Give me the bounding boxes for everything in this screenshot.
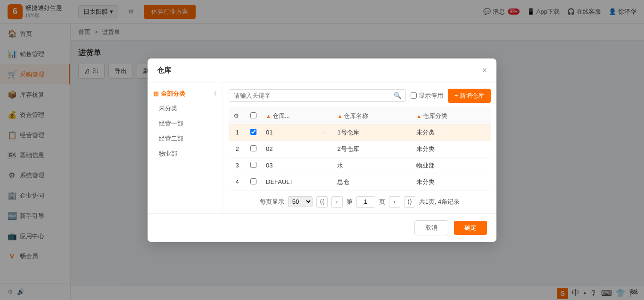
modal-close-button[interactable]: × bbox=[482, 66, 487, 75]
gear-icon[interactable]: ⚙ bbox=[233, 112, 239, 119]
row-code: DEFAULT bbox=[261, 174, 332, 190]
search-button[interactable]: 🔍 bbox=[390, 90, 405, 101]
row-idx: 4 bbox=[229, 174, 246, 190]
category-item-unclassified[interactable]: 未分类 bbox=[148, 101, 223, 116]
row-check[interactable] bbox=[246, 157, 261, 174]
last-page-button[interactable]: ⟩⟩ bbox=[404, 196, 415, 208]
prev-page-button[interactable]: ‹ bbox=[331, 196, 343, 208]
row-category: 未分类 bbox=[412, 124, 491, 141]
row-name: 水 bbox=[332, 157, 412, 174]
row-idx: 2 bbox=[229, 141, 246, 157]
category-item-operation2[interactable]: 经营二部 bbox=[148, 131, 223, 146]
table-row[interactable]: 2 02 2号仓库 未分类 bbox=[229, 141, 491, 157]
row-code: 03 bbox=[261, 157, 332, 174]
row-check[interactable] bbox=[246, 124, 261, 141]
th-check bbox=[246, 108, 261, 124]
th-category: ▲ 仓库分类 bbox=[412, 108, 491, 124]
row-name: 1号仓库 bbox=[332, 124, 412, 141]
show-disabled-checkbox[interactable] bbox=[411, 92, 417, 99]
th-gear: ⚙ bbox=[229, 108, 246, 124]
row-checkbox[interactable] bbox=[250, 145, 256, 151]
row-code: 01··· bbox=[261, 124, 332, 141]
cancel-button[interactable]: 取消 bbox=[414, 220, 448, 235]
row-idx: 3 bbox=[229, 157, 246, 174]
row-idx: 1 bbox=[229, 124, 246, 141]
row-category: 物业部 bbox=[412, 157, 491, 174]
grid-icon: ⊞ bbox=[153, 90, 159, 98]
row-check[interactable] bbox=[246, 141, 261, 157]
category-item-operation1[interactable]: 经营一部 bbox=[148, 116, 223, 131]
pagination: 每页显示 50 100 ⟨⟨ ‹ 第 1 页 › ⟩⟩ 共1页, 4条记录 bbox=[229, 191, 491, 208]
table-area: 🔍 显示停用 + 新增仓库 ⚙ bbox=[223, 83, 496, 213]
sort-icon-code: ▲ bbox=[266, 113, 271, 119]
table-row[interactable]: 4 DEFAULT 总仓 未分类 bbox=[229, 174, 491, 190]
sort-icon-category: ▲ bbox=[416, 113, 421, 119]
row-checkbox[interactable] bbox=[250, 162, 256, 168]
row-category: 未分类 bbox=[412, 174, 491, 190]
row-code: 02 bbox=[261, 141, 332, 157]
row-checkbox[interactable] bbox=[250, 178, 256, 184]
modal-overlay: 仓库 × ⊞ 全部分类 《 未分类 经营一部 经营二部 物业部 bbox=[0, 0, 644, 300]
row-checkbox[interactable] bbox=[250, 129, 256, 135]
row-name: 总仓 bbox=[332, 174, 412, 190]
row-category: 未分类 bbox=[412, 141, 491, 157]
category-sidebar: ⊞ 全部分类 《 未分类 经营一部 经营二部 物业部 bbox=[148, 83, 223, 213]
table-row[interactable]: 1 01··· 1号仓库 未分类 bbox=[229, 124, 491, 141]
search-box: 🔍 bbox=[229, 89, 406, 102]
modal-header: 仓库 × bbox=[148, 58, 496, 83]
search-input[interactable] bbox=[229, 90, 390, 101]
per-page-select[interactable]: 50 100 bbox=[288, 196, 313, 207]
modal-body: ⊞ 全部分类 《 未分类 经营一部 经营二部 物业部 🔍 bbox=[148, 83, 496, 213]
sort-icon-name: ▲ bbox=[337, 113, 342, 119]
confirm-button[interactable]: 确定 bbox=[454, 221, 487, 235]
modal-title: 仓库 bbox=[157, 66, 171, 75]
category-item-property[interactable]: 物业部 bbox=[148, 146, 223, 161]
table-toolbar: 🔍 显示停用 + 新增仓库 bbox=[229, 89, 491, 103]
th-code: ▲ 仓库... bbox=[261, 108, 332, 124]
first-page-button[interactable]: ⟨⟨ bbox=[316, 196, 328, 208]
row-name: 2号仓库 bbox=[332, 141, 412, 157]
warehouse-table: ⚙ ▲ 仓库... bbox=[229, 108, 491, 191]
all-category-header[interactable]: ⊞ 全部分类 《 bbox=[148, 87, 223, 101]
th-name: ▲ 仓库名称 bbox=[332, 108, 412, 124]
next-page-button[interactable]: › bbox=[389, 196, 400, 208]
page-number-input[interactable]: 1 bbox=[356, 196, 375, 208]
add-warehouse-button[interactable]: + 新增仓库 bbox=[448, 89, 491, 103]
row-check[interactable] bbox=[246, 174, 261, 190]
collapse-icon[interactable]: 《 bbox=[211, 90, 217, 98]
warehouse-modal: 仓库 × ⊞ 全部分类 《 未分类 经营一部 经营二部 物业部 bbox=[148, 58, 496, 242]
table-row[interactable]: 3 03 水 物业部 bbox=[229, 157, 491, 174]
show-disabled-label: 显示停用 bbox=[411, 92, 443, 100]
modal-footer: 取消 确定 bbox=[148, 213, 496, 242]
select-all-checkbox[interactable] bbox=[250, 112, 256, 118]
